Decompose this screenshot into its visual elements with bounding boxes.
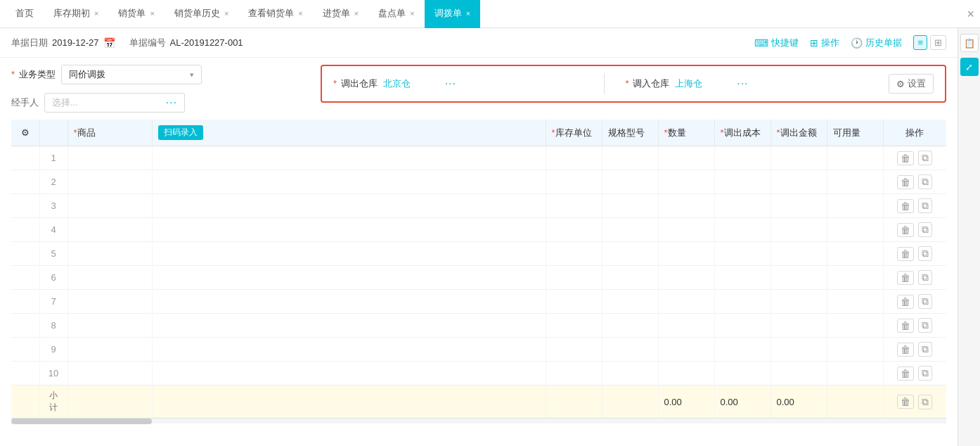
spec-cell[interactable] <box>602 218 658 242</box>
amount-cell[interactable] <box>771 362 827 386</box>
unit-cell[interactable] <box>546 218 602 242</box>
th-settings[interactable]: ⚙ <box>11 120 39 146</box>
tab-close-transfer-order[interactable]: × <box>466 9 470 18</box>
spec-cell[interactable] <box>602 290 658 314</box>
product-cell[interactable] <box>67 338 152 362</box>
list-view-button[interactable]: ≡ <box>913 35 927 50</box>
spec-cell[interactable] <box>602 170 658 194</box>
tab-inventory-check[interactable]: 盘点单 × <box>368 0 424 28</box>
cost-cell[interactable] <box>714 194 771 218</box>
delete-icon[interactable]: 🗑 <box>897 319 914 333</box>
close-all-tabs-button[interactable]: × <box>967 6 974 21</box>
transfer-in-more-icon[interactable]: ··· <box>737 77 748 90</box>
tab-close-sales-history[interactable]: × <box>224 9 228 18</box>
more-icon[interactable]: ··· <box>166 96 177 109</box>
unit-cell[interactable] <box>546 242 602 266</box>
cost-cell[interactable] <box>714 362 771 386</box>
unit-cell[interactable] <box>546 362 602 386</box>
transfer-out-value[interactable]: 北京仓 <box>383 77 439 90</box>
cost-cell[interactable] <box>714 314 771 338</box>
amount-cell[interactable] <box>771 338 827 362</box>
qty-cell[interactable] <box>658 242 714 266</box>
history-button[interactable]: 🕐 历史单据 <box>851 37 902 49</box>
spec-cell[interactable] <box>602 194 658 218</box>
copy-icon[interactable]: ⧉ <box>918 198 932 213</box>
delete-icon[interactable]: 🗑 <box>897 151 914 165</box>
product-cell[interactable] <box>67 170 152 194</box>
qty-cell[interactable] <box>658 170 714 194</box>
cost-cell[interactable] <box>714 290 771 314</box>
delete-icon[interactable]: 🗑 <box>897 367 914 381</box>
cost-cell[interactable] <box>714 146 771 170</box>
tab-close-inventory-init[interactable]: × <box>94 9 98 18</box>
amount-cell[interactable] <box>771 290 827 314</box>
tab-purchase-order[interactable]: 进货单 × <box>313 0 368 28</box>
spec-cell[interactable] <box>602 338 658 362</box>
amount-cell[interactable] <box>771 218 827 242</box>
date-value[interactable]: 2019-12-27 <box>52 37 99 48</box>
copy-icon[interactable]: ⧉ <box>918 342 932 357</box>
unit-cell[interactable] <box>546 170 602 194</box>
qty-cell[interactable] <box>658 146 714 170</box>
product-cell[interactable] <box>67 146 152 170</box>
tab-home[interactable]: 首页 <box>6 0 44 28</box>
unit-cell[interactable] <box>546 194 602 218</box>
product-cell[interactable] <box>67 266 152 290</box>
spec-cell[interactable] <box>602 314 658 338</box>
product-cell[interactable] <box>67 314 152 338</box>
qty-cell[interactable] <box>658 314 714 338</box>
copy-icon[interactable]: ⧉ <box>918 151 932 165</box>
amount-cell[interactable] <box>771 314 827 338</box>
copy-icon[interactable]: ⧉ <box>918 270 932 285</box>
delete-icon[interactable]: 🗑 <box>897 295 914 309</box>
amount-cell[interactable] <box>771 266 827 290</box>
qty-cell[interactable] <box>658 338 714 362</box>
delete-icon[interactable]: 🗑 <box>897 271 914 285</box>
calendar-icon[interactable]: 📅 <box>103 37 115 49</box>
copy-icon[interactable]: ⧉ <box>918 366 932 381</box>
product-cell[interactable] <box>67 290 152 314</box>
delete-icon[interactable]: 🗑 <box>897 395 914 409</box>
tab-sales-order[interactable]: 销货单 × <box>108 0 164 28</box>
tab-transfer-order[interactable]: 调拨单 × <box>425 0 480 28</box>
settings-button[interactable]: ⚙ 设置 <box>889 74 934 94</box>
copy-icon[interactable]: ⧉ <box>918 174 932 189</box>
delete-icon[interactable]: 🗑 <box>897 175 914 189</box>
sidebar-expand-button[interactable]: ⤢ <box>960 58 979 76</box>
spec-cell[interactable] <box>602 266 658 290</box>
business-type-select[interactable]: 同价调拨 ▾ <box>61 65 202 84</box>
copy-icon[interactable]: ⧉ <box>918 395 932 409</box>
amount-cell[interactable] <box>771 170 827 194</box>
unit-cell[interactable] <box>546 338 602 362</box>
spec-cell[interactable] <box>602 146 658 170</box>
qty-cell[interactable] <box>658 290 714 314</box>
copy-icon[interactable]: ⧉ <box>918 318 932 333</box>
grid-view-button[interactable]: ⊞ <box>930 35 946 50</box>
cost-cell[interactable] <box>714 218 771 242</box>
copy-icon[interactable]: ⧉ <box>918 246 932 261</box>
tab-close-inventory-check[interactable]: × <box>410 9 414 18</box>
horizontal-scrollbar[interactable] <box>11 418 946 423</box>
tab-view-sales[interactable]: 查看销货单 × <box>238 0 312 28</box>
copy-icon[interactable]: ⧉ <box>918 294 932 309</box>
product-cell[interactable] <box>67 362 152 386</box>
qty-cell[interactable] <box>658 194 714 218</box>
delete-icon[interactable]: 🗑 <box>897 343 914 357</box>
unit-cell[interactable] <box>546 146 602 170</box>
th-scan[interactable]: 扫码录入 <box>152 120 546 146</box>
tab-close-purchase-order[interactable]: × <box>354 9 359 18</box>
spec-cell[interactable] <box>602 362 658 386</box>
tab-sales-history[interactable]: 销货单历史 × <box>165 0 238 28</box>
copy-icon[interactable]: ⧉ <box>918 222 932 237</box>
delete-icon[interactable]: 🗑 <box>897 223 914 237</box>
manager-select[interactable]: 选择... ··· <box>44 93 185 113</box>
product-cell[interactable] <box>67 194 152 218</box>
amount-cell[interactable] <box>771 242 827 266</box>
qty-cell[interactable] <box>658 266 714 290</box>
operations-button[interactable]: ⊞ 操作 <box>810 37 839 49</box>
cost-cell[interactable] <box>714 242 771 266</box>
cost-cell[interactable] <box>714 266 771 290</box>
cost-cell[interactable] <box>714 338 771 362</box>
unit-cell[interactable] <box>546 314 602 338</box>
scan-button[interactable]: 扫码录入 <box>158 125 203 140</box>
